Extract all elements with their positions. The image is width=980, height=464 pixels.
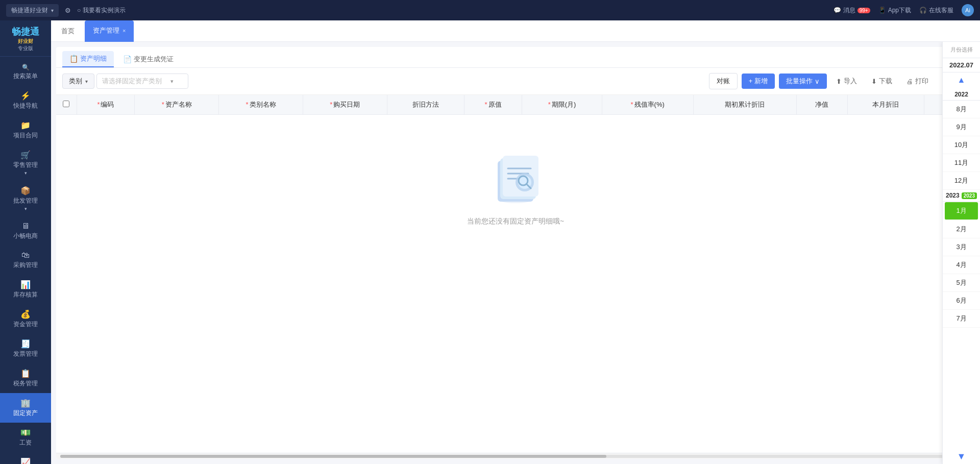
demo-button[interactable]: ○ 我要看实例演示 (77, 6, 126, 15)
category-label-btn[interactable]: 类别 ▾ (62, 74, 94, 89)
batch-icon: 📦 (20, 186, 31, 196)
batch-button[interactable]: 批量操作 ∨ (779, 74, 827, 89)
sidebar-item-payroll[interactable]: 💵 工资 (0, 423, 51, 452)
category-input[interactable]: 请选择固定资产类别 ▾ (96, 74, 188, 89)
table-header-row: *编码 *资产名称 *类别名称 *购买日期 (56, 95, 975, 115)
year-2022-label: 2022 (943, 88, 980, 101)
net-value-col-header: 净值 (796, 95, 847, 115)
content-area: 首页 资产管理 × 📋 资产明细 📄 变更生成凭证 (51, 20, 980, 464)
payroll-icon: 💵 (20, 428, 31, 437)
sidebar-logo: 畅捷通 好业财 专业版 (0, 20, 51, 57)
print-button[interactable]: 🖨 打印 (901, 74, 934, 89)
sidebar-item-ecommerce[interactable]: 🖥 小畅电商 (0, 216, 51, 246)
month-panel-footer: ▼ (943, 449, 980, 464)
month-item-2023-02[interactable]: 2月 (943, 221, 980, 238)
sidebar-item-ops-mgmt[interactable]: 📈 经营管理 (0, 452, 51, 464)
scrollbar-thumb[interactable] (60, 455, 606, 458)
name-col-header: *资产名称 (135, 95, 219, 115)
month-item-2023-03[interactable]: 3月 (943, 238, 980, 256)
empty-state: 当前您还没有固定资产明细哦~ (56, 115, 975, 257)
top-bar-left: 畅捷通好业财 ▾ ⚙ ○ 我要看实例演示 (6, 4, 126, 17)
retail-icon: 🛒 (20, 150, 31, 160)
sidebar-item-fixed-assets[interactable]: 🏢 固定资产 (0, 393, 51, 423)
app-name: 畅捷通 (4, 27, 47, 38)
tab-asset-management[interactable]: 资产管理 × (85, 20, 134, 42)
checkbox-col-header (56, 95, 77, 115)
dropdown-arrow-icon: ▾ (170, 78, 174, 85)
download-button[interactable]: ⬇ 下载 (866, 74, 897, 89)
batch-arrow-icon: ∨ (815, 78, 820, 85)
user-avatar[interactable]: Ai (962, 4, 974, 16)
inventory-icon: 📊 (20, 280, 31, 289)
sidebar-item-retail-mgmt[interactable]: 🛒 零售管理 ▾ (0, 145, 51, 181)
import-button[interactable]: ⬆ 导入 (831, 74, 862, 89)
fixed-assets-icon: 🏢 (20, 398, 31, 408)
empty-text: 当前您还没有固定资产明细哦~ (467, 217, 564, 226)
company-selector[interactable]: 畅捷通好业财 ▾ (6, 4, 59, 17)
sub-tab-asset-detail[interactable]: 📋 资产明细 (62, 51, 114, 67)
select-all-checkbox[interactable] (63, 101, 69, 107)
table-container: *编码 *资产名称 *类别名称 *购买日期 (56, 95, 975, 453)
app-edition: 专业版 (4, 45, 47, 52)
month-panel-title: 月份选择 (946, 46, 977, 54)
empty-illustration (485, 145, 546, 207)
sub-tabs: 📋 资产明细 📄 变更生成凭证 (56, 47, 975, 68)
reconcile-button[interactable]: 对账 (709, 73, 738, 89)
month-item-2023-04[interactable]: 4月 (943, 256, 980, 274)
monthly-dep-col-header: 本月折旧 (847, 95, 924, 115)
sidebar-item-finance-mgmt[interactable]: 💰 资金管理 (0, 304, 51, 334)
settings-icon[interactable]: ⚙ (63, 5, 73, 16)
sub-tab-change-voucher[interactable]: 📄 变更生成凭证 (116, 52, 181, 67)
residual-rate-col-header: *残值率(%) (602, 95, 693, 115)
toolbar-right: 对账 + 新增 批量操作 ∨ ⬆ 导入 (709, 73, 969, 89)
original-value-col-header: *原值 (464, 95, 522, 115)
sidebar-item-invoice-mgmt[interactable]: 🧾 发票管理 (0, 334, 51, 363)
scrollbar-track[interactable] (60, 455, 971, 458)
import-icon: ⬆ (836, 78, 842, 85)
code-col-header: *编码 (77, 95, 135, 115)
month-nav-up: ▲ (943, 72, 980, 88)
month-item-2023-05[interactable]: 5月 (943, 274, 980, 292)
purchase-date-col-header: *购买日期 (303, 95, 387, 115)
company-name: 畅捷通好业财 (11, 6, 48, 15)
main-layout: 畅捷通 好业财 专业版 🔍 搜索菜单 ⚡ 快捷导航 📁 项目合同 🛒 零售管理 … (0, 20, 980, 464)
month-item-2022-08[interactable]: 8月 (943, 101, 980, 118)
finance-icon: 💰 (20, 309, 31, 319)
month-item-2022-09[interactable]: 9月 (943, 118, 980, 136)
tax-icon: 📋 (20, 369, 31, 378)
sidebar-item-quick-nav[interactable]: ⚡ 快捷导航 (0, 86, 51, 115)
page-content: 📋 资产明细 📄 变更生成凭证 类别 ▾ (51, 42, 980, 464)
message-button[interactable]: 💬 消息 99+ (834, 6, 870, 15)
month-panel-header[interactable]: 月份选择 (943, 42, 980, 58)
tab-close-icon[interactable]: × (122, 28, 126, 34)
tab-bar: 首页 资产管理 × (51, 20, 980, 42)
download-icon: ⬇ (871, 78, 877, 85)
month-item-2022-12[interactable]: 12月 (943, 172, 980, 190)
month-item-2022-10[interactable]: 10月 (943, 136, 980, 154)
app-download-button[interactable]: 📱 App下载 (878, 6, 911, 15)
tab-home[interactable]: 首页 (51, 20, 85, 42)
month-down-button[interactable]: ▼ (957, 451, 966, 462)
month-list: 2022 8月 9月 10月 11月 12月 2023 2023 1月 2月 3… (943, 88, 980, 449)
month-up-button[interactable]: ▲ (955, 75, 968, 86)
accumulated-dep-col-header: 期初累计折旧 (693, 95, 796, 115)
bottom-scrollbar[interactable] (56, 453, 975, 459)
sidebar-item-purchase-mgmt[interactable]: 🛍 采购管理 (0, 246, 51, 275)
month-item-2023-07[interactable]: 7月 (943, 310, 980, 328)
sidebar-item-tax-mgmt[interactable]: 📋 税务管理 (0, 363, 51, 393)
demo-icon: ○ (77, 7, 81, 14)
month-item-2023-01[interactable]: 1月 (945, 202, 978, 220)
sidebar-item-inventory[interactable]: 📊 库存核算 (0, 275, 51, 304)
ops-icon: 📈 (20, 457, 31, 464)
sidebar-item-batch-mgmt[interactable]: 📦 批发管理 ▾ (0, 181, 51, 216)
chevron-icon: ▾ (24, 170, 27, 176)
month-item-2023-06[interactable]: 6月 (943, 292, 980, 310)
month-item-2022-11[interactable]: 11月 (943, 154, 980, 172)
current-year-badge: 2023 (962, 192, 977, 199)
add-button[interactable]: + 新增 (742, 74, 775, 89)
search-menu-button[interactable]: 🔍 搜索菜单 (0, 59, 51, 86)
print-icon: 🖨 (906, 78, 913, 85)
online-service-button[interactable]: 🎧 在线客服 (919, 6, 953, 15)
doc-icon: 📄 (123, 55, 132, 63)
sidebar-item-project-contract[interactable]: 📁 项目合同 (0, 115, 51, 145)
